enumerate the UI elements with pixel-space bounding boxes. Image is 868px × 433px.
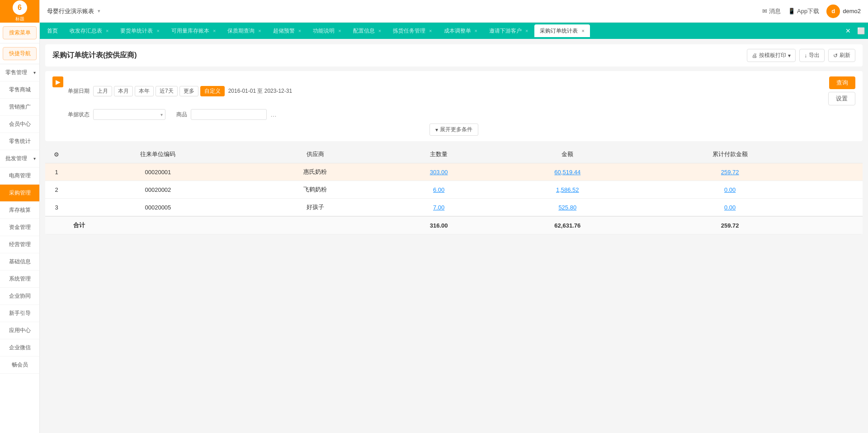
cell-qty[interactable]: 303.00 [382, 163, 495, 181]
message-label: 消息 [769, 7, 781, 15]
sidebar-item-wholesale[interactable]: 批发管理▾ [0, 150, 39, 167]
tab-expiry-query[interactable]: 保质期查询× [222, 24, 266, 37]
sidebar-item-newbie[interactable]: 新手引导 [0, 305, 39, 322]
sidebar-item-ecommerce[interactable]: 电商管理 [0, 167, 39, 185]
cell-paid[interactable]: 0.00 [640, 199, 820, 217]
cell-amount[interactable]: 1,586.52 [495, 181, 640, 199]
sidebar-item-label-wechat: 企业微信 [9, 344, 31, 352]
cell-amount[interactable]: 60,519.44 [495, 163, 640, 181]
tab-close-function-desc[interactable]: × [338, 28, 341, 33]
sidebar-item-vip[interactable]: 畅会员 [0, 357, 39, 374]
tab-close-available-inventory[interactable]: × [213, 28, 216, 33]
tab-close-pick-task[interactable]: × [429, 28, 432, 33]
tab-overstock-warning[interactable]: 超储预警× [268, 24, 307, 37]
sidebar-item-basic[interactable]: 基础信息 [0, 253, 39, 271]
filter-row-1: 单据日期 上月 本月 本年 近7天 更多 自定义 2016-01-01 至 20… [68, 76, 855, 105]
sidebar-item-app-center[interactable]: 应用中心 [0, 322, 39, 339]
message-button[interactable]: ✉ 消息 [762, 7, 781, 15]
sidebar-item-operation[interactable]: 经营管理 [0, 236, 39, 253]
tabbar-controls: ✕ ⬜ [843, 25, 866, 36]
cell-paid[interactable]: 259.72 [640, 163, 820, 181]
user-menu[interactable]: d demo2 [826, 5, 861, 18]
tab-home[interactable]: 首页 [42, 24, 63, 37]
sidebar-item-system[interactable]: 系统管理 [0, 271, 39, 288]
tab-invite-downstream[interactable]: 邀请下游客户× [484, 24, 533, 37]
sidebar-item-enterprise[interactable]: 企业协同 [0, 288, 39, 305]
expand-more-button[interactable]: ▾ 展开更多条件 [429, 124, 478, 136]
tab-goods-stats[interactable]: 要货单统计表× [115, 24, 165, 37]
topbar: 母婴行业演示账表 ▾ ✉ 消息 📱 App下载 d demo2 [40, 0, 868, 23]
tab-list: 首页收发存汇总表×要货单统计表×可用量库存账本×保质期查询×超储预警×功能说明×… [42, 24, 590, 37]
tab-close-cost-adjust[interactable]: × [475, 28, 477, 33]
tab-pick-task[interactable]: 拣货任务管理× [387, 24, 437, 37]
sidebar-item-member[interactable]: 会员中心 [0, 116, 39, 133]
template-print-button[interactable]: 🖨 按模板打印 ▾ [747, 49, 796, 62]
sidebar-item-retail-shop[interactable]: 零售商城 [0, 81, 39, 99]
cell-index: 3 [45, 199, 68, 217]
tab-config-info[interactable]: 配置信息× [348, 24, 387, 37]
quick-nav-button[interactable]: 快捷导航 [3, 47, 37, 60]
cell-extra [820, 181, 863, 199]
tab-function-desc[interactable]: 功能说明× [307, 24, 346, 37]
settings-button[interactable]: 设置 [828, 92, 855, 105]
tab-close-expiry-query[interactable]: × [258, 28, 261, 33]
cell-qty[interactable]: 6.00 [382, 181, 495, 199]
tab-label-goods-stats: 要货单统计表 [120, 27, 153, 35]
app-icon: 📱 [788, 8, 795, 14]
close-tab-button[interactable]: ✕ [843, 25, 854, 36]
data-table-container: ⚙ 往来单位编码 供应商 主数量 金额 累计付款金额 100020001惠氏奶粉… [45, 146, 863, 234]
tab-available-inventory[interactable]: 可用量库存账本× [166, 24, 221, 37]
query-button[interactable]: 查询 [829, 76, 855, 89]
footer-qty: 316.00 [382, 216, 495, 234]
footer-empty-2 [248, 216, 382, 234]
sidebar-item-marketing[interactable]: 营销推广 [0, 99, 39, 116]
date-btn-this-year[interactable]: 本年 [135, 86, 154, 96]
tab-close-purchase-stats[interactable]: × [581, 28, 584, 33]
goods-input[interactable] [191, 109, 267, 120]
tab-label-cost-adjust: 成本调整单 [444, 27, 471, 35]
date-btn-last-month[interactable]: 上月 [93, 86, 112, 96]
sidebar-item-label-member: 会员中心 [9, 120, 31, 128]
sidebar-item-retail-stats[interactable]: 零售统计 [0, 133, 39, 150]
sidebar-item-label-enterprise: 企业协同 [9, 292, 31, 300]
cell-qty[interactable]: 7.00 [382, 199, 495, 217]
col-settings[interactable]: ⚙ [45, 146, 68, 163]
app-download-button[interactable]: 📱 App下载 [788, 7, 819, 15]
date-btn-more[interactable]: 更多 [179, 86, 198, 96]
workspace-dropdown-icon[interactable]: ▾ [98, 8, 100, 14]
sidebar-item-label-basic: 基础信息 [9, 258, 31, 266]
cell-supplier: 飞鹤奶粉 [248, 181, 382, 199]
tab-close-overstock-warning[interactable]: × [298, 28, 301, 33]
sidebar-item-purchase[interactable]: 采购管理 [0, 185, 39, 202]
refresh-button[interactable]: ↺ 刷新 [828, 49, 855, 62]
date-btn-custom[interactable]: 自定义 [200, 86, 225, 96]
col-code: 往来单位编码 [68, 146, 248, 163]
app-logo: 6 标题 [0, 0, 39, 23]
tab-receive-summary[interactable]: 收发存汇总表× [64, 24, 114, 37]
tab-close-goods-stats[interactable]: × [156, 28, 159, 33]
table-row: 200020002飞鹤奶粉6.001,586.520.00 [45, 181, 863, 199]
cell-paid[interactable]: 0.00 [640, 181, 820, 199]
cell-amount[interactable]: 525.80 [495, 199, 640, 217]
tab-purchase-stats[interactable]: 采购订单统计表× [534, 24, 590, 37]
goods-more-icon[interactable]: … [270, 111, 277, 118]
status-select[interactable] [93, 109, 165, 120]
search-menu-button[interactable]: 搜索菜单 [3, 26, 37, 39]
maximize-button[interactable]: ⬜ [855, 25, 866, 36]
date-filter-label: 单据日期 [68, 87, 90, 95]
date-btn-this-month[interactable]: 本月 [114, 86, 133, 96]
filter-expand-row: ▾ 展开更多条件 [52, 124, 855, 136]
sidebar-item-finance[interactable]: 资金管理 [0, 219, 39, 236]
tab-close-config-info[interactable]: × [378, 28, 381, 33]
sidebar-item-wechat[interactable]: 企业微信 [0, 339, 39, 357]
sidebar-item-inventory[interactable]: 库存核算 [0, 202, 39, 219]
export-button[interactable]: ↓ 导出 [799, 49, 825, 62]
tab-close-invite-downstream[interactable]: × [525, 28, 528, 33]
filter-toggle-button[interactable]: ▶ [52, 76, 63, 87]
app-label: App下载 [797, 7, 819, 15]
sidebar: 6 标题 搜索菜单 快捷导航 零售管理▾零售商城营销推广会员中心零售统计批发管理… [0, 0, 40, 433]
tab-cost-adjust[interactable]: 成本调整单× [439, 24, 483, 37]
date-btn-7days[interactable]: 近7天 [156, 86, 178, 96]
tab-close-receive-summary[interactable]: × [106, 28, 108, 33]
sidebar-item-retail-mgmt[interactable]: 零售管理▾ [0, 64, 39, 81]
